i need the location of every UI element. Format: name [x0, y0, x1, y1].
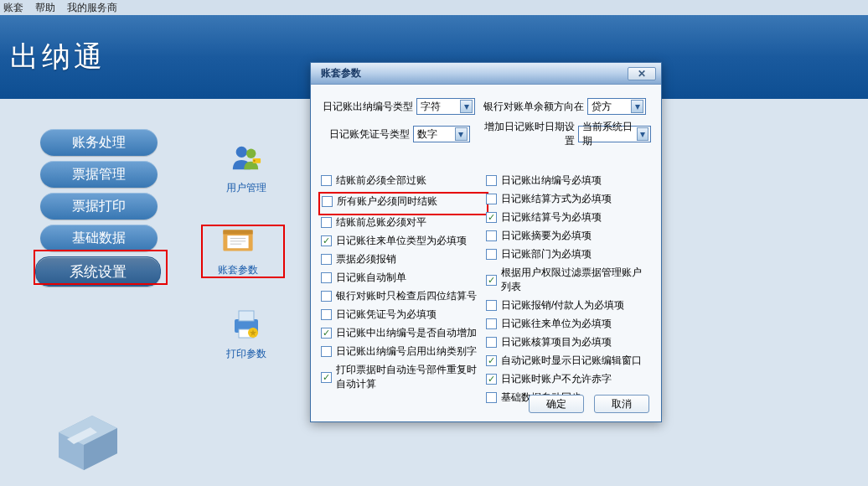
menu-item-help[interactable]: 帮助 — [35, 1, 55, 15]
checkbox-label: 日记账自动制单 — [336, 271, 406, 285]
checkbox-icon — [321, 235, 332, 246]
tile-user-management[interactable]: 用户管理 — [226, 141, 266, 195]
checkbox-option[interactable]: 日记账出纳编号启用出纳类别字 — [321, 344, 486, 359]
checkbox-icon — [486, 318, 497, 329]
checkbox-label: 日记账出纳编号启用出纳类别字 — [336, 344, 477, 359]
folder-params-icon — [220, 223, 256, 258]
checkbox-option[interactable]: 日记账凭证号为必填项 — [321, 308, 486, 322]
ok-button[interactable]: 确定 — [529, 395, 584, 413]
checkbox-option[interactable]: 根据用户权限过滤票据管理账户列表 — [486, 266, 651, 294]
label-journal-cashier-no-type: 日记账出纳编号类型 — [321, 100, 413, 114]
checkbox-option[interactable]: 日记账摘要为必填项 — [486, 229, 651, 243]
checkbox-option[interactable]: 日记账中出纳编号是否自动增加 — [321, 326, 486, 340]
checkbox-option[interactable]: 银行对账时只检查后四位结算号 — [321, 289, 486, 303]
checkbox-label: 所有账户必须同时结账 — [337, 194, 437, 209]
tile-print-params[interactable]: 打印参数 — [226, 307, 266, 361]
checkbox-icon — [486, 249, 497, 260]
checkbox-label: 打印票据时自动连号部件重复时自动计算 — [336, 363, 486, 391]
checkbox-option[interactable]: 日记账往来单位类型为必填项 — [321, 234, 486, 248]
checkbox-option[interactable]: 所有账户必须同时结账 — [322, 194, 485, 209]
menu-item-account[interactable]: 账套 — [3, 1, 23, 15]
checkbox-label: 日记账核算项目为必填项 — [501, 335, 612, 349]
svg-rect-11 — [239, 311, 254, 321]
checkbox-option[interactable]: 日记账报销/付款人为必填项 — [486, 298, 651, 313]
printer-decorative-icon — [50, 407, 126, 474]
checkbox-option[interactable]: 日记账时账户不允许赤字 — [486, 372, 651, 386]
checkbox-icon — [321, 346, 332, 357]
checkbox-icon — [321, 254, 332, 265]
combo-add-journal-date-setting[interactable]: 当前系统日期 ▾ — [578, 126, 651, 142]
label-journal-voucher-no-type: 日记账凭证号类型 — [321, 127, 410, 142]
checkbox-option[interactable]: 票据必须报销 — [321, 252, 486, 266]
checkbox-icon — [486, 175, 497, 186]
checkbox-option[interactable]: 结账前必须全部过账 — [321, 173, 486, 188]
highlight-marker-checkbox: 所有账户必须同时结账 — [318, 192, 488, 215]
checkbox-icon — [321, 272, 332, 283]
users-icon — [229, 141, 264, 176]
checkbox-label: 日记账部门为必填项 — [501, 247, 592, 261]
chevron-down-icon: ▾ — [455, 127, 468, 141]
close-button[interactable]: ✕ — [628, 67, 656, 80]
menu-bar: 账套 帮助 我的服务商 — [0, 0, 868, 15]
checkbox-label: 结账前必须全部过账 — [336, 173, 426, 188]
checkbox-icon — [321, 291, 332, 302]
label-add-journal-date-setting: 增加日记账时日期设置 — [478, 120, 576, 148]
combo-value: 数字 — [417, 127, 437, 142]
checkbox-label: 根据用户权限过滤票据管理账户列表 — [501, 266, 651, 294]
close-icon: ✕ — [638, 68, 646, 80]
checkbox-option[interactable]: 结账前总账必须对平 — [321, 215, 486, 230]
checkbox-option[interactable]: 打印票据时自动连号部件重复时自动计算 — [321, 363, 486, 391]
sidebar-item-bill-management[interactable]: 票据管理 — [40, 161, 158, 188]
checkbox-label: 日记账结算方式为必填项 — [501, 192, 612, 206]
checkbox-label: 日记账往来单位为必填项 — [501, 317, 612, 331]
checkbox-icon — [486, 275, 497, 286]
checkbox-icon — [321, 175, 332, 186]
tile-label: 打印参数 — [226, 347, 266, 361]
chevron-down-icon: ▾ — [631, 100, 643, 113]
combo-value: 字符 — [421, 100, 441, 114]
checkbox-option[interactable]: 日记账往来单位为必填项 — [486, 317, 651, 331]
combo-journal-cashier-no-type[interactable]: 字符 ▾ — [416, 98, 475, 115]
cancel-button[interactable]: 取消 — [594, 395, 649, 413]
chevron-down-icon: ▾ — [637, 127, 648, 141]
svg-point-3 — [253, 160, 255, 162]
checkbox-icon — [321, 217, 332, 228]
checkbox-label: 票据必须报销 — [336, 252, 396, 266]
checkbox-option[interactable]: 日记账结算方式为必填项 — [486, 192, 651, 206]
checkbox-icon — [486, 300, 497, 311]
checkbox-icon — [321, 372, 332, 383]
label-bank-balance-direction: 银行对账单余额方向在 — [483, 100, 584, 114]
checkbox-column-right: 日记账出纳编号必填项日记账结算方式为必填项日记账结算号为必填项日记账摘要为必填项… — [486, 173, 651, 409]
printer-params-icon — [229, 307, 264, 342]
checkbox-label: 日记账时账户不允许赤字 — [501, 372, 612, 386]
sidebar-item-account-processing[interactable]: 账务处理 — [40, 129, 158, 156]
checkbox-option[interactable]: 日记账核算项目为必填项 — [486, 335, 651, 349]
checkbox-label: 日记账出纳编号必填项 — [501, 173, 602, 188]
checkbox-option[interactable]: 日记账出纳编号必填项 — [486, 173, 651, 188]
checkbox-icon — [486, 230, 497, 241]
sidebar-item-system-settings[interactable]: 系统设置 — [35, 256, 161, 287]
checkbox-label: 日记账中出纳编号是否自动增加 — [336, 326, 477, 340]
checkbox-icon — [486, 355, 497, 366]
combo-journal-voucher-no-type[interactable]: 数字 ▾ — [413, 126, 470, 142]
tile-label: 用户管理 — [226, 181, 266, 195]
combo-bank-balance-direction[interactable]: 贷方 ▾ — [587, 98, 646, 115]
tile-account-params[interactable]: 账套参数 — [218, 223, 258, 277]
checkbox-option[interactable]: 日记账部门为必填项 — [486, 247, 651, 261]
checkbox-icon — [486, 212, 497, 223]
checkbox-label: 日记账结算号为必填项 — [501, 210, 602, 225]
checkbox-label: 自动记账时显示日记账编辑窗口 — [501, 354, 642, 368]
dialog-titlebar[interactable]: 账套参数 ✕ — [311, 63, 661, 85]
sidebar-item-basic-data[interactable]: 基础数据 — [40, 225, 158, 251]
checkbox-column-left: 结账前必须全部过账所有账户必须同时结账结账前总账必须对平日记账往来单位类型为必填… — [321, 173, 486, 409]
sidebar-item-bill-print[interactable]: 票据打印 — [40, 193, 158, 220]
checkbox-option[interactable]: 自动记账时显示日记账编辑窗口 — [486, 354, 651, 368]
checkbox-option[interactable]: 日记账结算号为必填项 — [486, 210, 651, 225]
dialog-title-text: 账套参数 — [321, 66, 361, 80]
svg-point-1 — [246, 149, 256, 158]
checkbox-label: 日记账摘要为必填项 — [501, 229, 592, 243]
svg-rect-6 — [227, 235, 248, 248]
checkbox-option[interactable]: 日记账自动制单 — [321, 271, 486, 285]
checkbox-icon — [486, 374, 497, 385]
menu-item-service[interactable]: 我的服务商 — [67, 1, 117, 15]
